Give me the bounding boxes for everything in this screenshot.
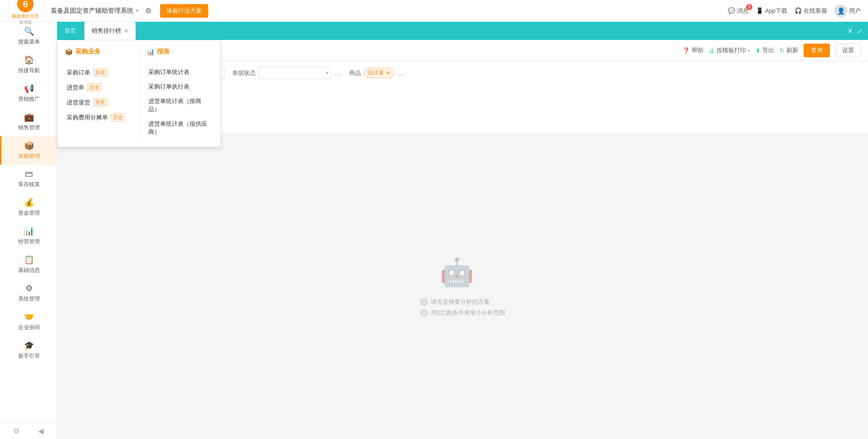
tab-close-all-icon[interactable]: ✕ [847, 27, 853, 35]
tab-close-icon[interactable]: ✕ [124, 28, 128, 34]
sidebar-bottom: ⚙ ◀ [0, 423, 57, 439]
logo-badge: 标准版 [20, 20, 32, 25]
history-badge-order: 历史 [93, 68, 107, 77]
refresh-icon: ↻ [780, 47, 785, 54]
menu-col-purchase-title: 📦 采购业务 [65, 48, 132, 59]
sidebar-item-marketing[interactable]: 📢 营销推广 [0, 79, 57, 108]
toolbar-right: ❓ 帮助 🖨 按模板打印 ▾ ⬆ 导出 ↻ 刷新 [683, 44, 861, 57]
system-name[interactable]: 装备及固定资产辅助管理系统 ▾ [51, 7, 138, 15]
report-col-icon: 📊 [146, 48, 154, 55]
basic-info-icon: 📋 [24, 255, 34, 265]
tab-sales-rank[interactable]: 销售排行榜 ✕ [84, 22, 136, 40]
enterprise-icon: 🤝 [24, 312, 34, 322]
sidebar-settings-btn[interactable]: ⚙ [13, 427, 20, 435]
menu-item-receipt-by-supplier[interactable]: 进货单统计表（按供应商） [146, 117, 213, 139]
operations-icon: 📊 [24, 226, 34, 236]
empty-tip-2: 2 用[过滤]条件来缩小分析范围 [420, 309, 505, 317]
sidebar: 🔍 搜索菜单 🏠 快捷导航 📢 营销推广 💼 销售管理 📦 采购管理 🗃 [0, 22, 57, 439]
message-badge: 9 [746, 4, 752, 10]
sales-icon: 💼 [24, 112, 34, 122]
system-icon: ⚙ [25, 283, 33, 293]
marketing-icon: 📢 [24, 84, 34, 94]
online-service-button[interactable]: 🎧 在线客服 [795, 7, 827, 15]
history-badge-expense: 历史 [111, 113, 125, 122]
help-icon: ❓ [683, 47, 690, 54]
sidebar-item-finance[interactable]: 💰 资金管理 [0, 193, 57, 222]
menu-divider [139, 48, 139, 139]
purchase-dropdown-menu: 📦 采购业务 采购订单 历史 进货单 历史 进货退货 历史 采购费用分摊单 历史… [57, 40, 220, 147]
sidebar-item-operations[interactable]: 📊 经营管理 [0, 222, 57, 250]
print-icon: 🖨 [709, 47, 715, 54]
avatar: 👤 [834, 5, 847, 17]
refresh-button[interactable]: ↻ 刷新 [780, 46, 798, 54]
history-badge-receipt: 历史 [87, 83, 102, 92]
tab-bar: 首页 销售排行榜 ✕ ✕ ⤢ [57, 22, 868, 40]
message-icon: 💬 [728, 7, 735, 14]
sidebar-item-guide[interactable]: 🎓 新手引导 [0, 336, 57, 365]
export-icon: ⬆ [756, 47, 761, 54]
phone-icon: 📱 [756, 7, 763, 14]
empty-tips: 1 请先选择要分析的方案 2 用[过滤]条件来缩小分析范围 [420, 298, 505, 317]
menu-item-receipt[interactable]: 进货单 历史 [65, 80, 132, 95]
top-bar: 6 畅捷通好生意 标准版 装备及固定资产辅助管理系统 ▾ ⚙ 体验行业方案 💬 … [0, 0, 868, 22]
print-dropdown-icon: ▾ [748, 48, 750, 53]
purchase-col-icon: 📦 [65, 48, 73, 55]
sidebar-item-purchase[interactable]: 📦 采购管理 [0, 136, 57, 165]
headset-icon: 🎧 [795, 7, 802, 14]
robot-icon: 🤖 [440, 256, 485, 288]
menu-col-report: 📊 报表 采购订单统计表 采购订单执行表 进货单统计表（按商品） 进货单统计表（… [146, 48, 213, 139]
tab-maximize-icon[interactable]: ⤢ [857, 27, 863, 35]
menu-col-purchase: 📦 采购业务 采购订单 历史 进货单 历史 进货退货 历史 采购费用分摊单 历史 [65, 48, 132, 139]
print-button[interactable]: 🖨 按模板打印 ▾ [709, 46, 750, 54]
industry-button[interactable]: 体验行业方案 [160, 4, 208, 18]
sidebar-item-quick-nav[interactable]: 🏠 快捷导航 [0, 50, 57, 79]
logo-text: 畅捷通好生意 [12, 13, 39, 20]
menu-item-return[interactable]: 进货退货 历史 [65, 95, 132, 110]
query-button[interactable]: 查询 [804, 44, 830, 57]
filter-voucher-status: 单据状态 ▾ … [232, 67, 342, 79]
sidebar-collapse-btn[interactable]: ◀ [38, 427, 44, 435]
app-download-button[interactable]: 📱 App下载 [756, 7, 787, 15]
logo-icon: 6 [17, 0, 34, 12]
menu-item-order-stat[interactable]: 采购订单统计表 [146, 65, 213, 79]
help-button[interactable]: ❓ 帮助 [683, 46, 703, 54]
tab-bar-right: ✕ ⤢ [847, 27, 868, 35]
voucher-status-select-wrapper: ▾ [258, 67, 331, 79]
voucher-status-more[interactable]: … [334, 68, 342, 78]
finance-icon: 💰 [24, 197, 34, 207]
user-button[interactable]: 👤 用户 [834, 5, 861, 17]
sidebar-item-inventory[interactable]: 🗃 库存核算 [0, 165, 57, 193]
sidebar-item-search[interactable]: 🔍 搜索菜单 [0, 22, 57, 50]
dropdown-arrow-icon: ▾ [136, 8, 138, 13]
goods-tag-close[interactable]: ✕ [386, 70, 390, 76]
messages-button[interactable]: 💬 消息 9 [728, 7, 749, 15]
sidebar-item-enterprise[interactable]: 🤝 企业协同 [0, 307, 57, 336]
goods-more[interactable]: … [397, 68, 405, 78]
empty-state: 🤖 1 请先选择要分析的方案 2 用[过滤]条件来缩小分析范围 [57, 134, 868, 439]
menu-item-receipt-by-goods[interactable]: 进货单统计表（按商品） [146, 94, 213, 117]
purchase-icon: 📦 [24, 141, 34, 151]
tip-number-2: 2 [420, 309, 428, 317]
logo-area: 6 畅捷通好生意 标准版 [7, 0, 44, 25]
top-right: 💬 消息 9 📱 App下载 🎧 在线客服 👤 用户 [728, 5, 861, 17]
filter-goods: 商品 设计素 ✕ … [349, 68, 405, 78]
menu-item-purchase-order[interactable]: 采购订单 历史 [65, 65, 132, 80]
history-badge-return: 历史 [93, 98, 107, 107]
tab-home[interactable]: 首页 [57, 22, 83, 40]
export-button[interactable]: ⬆ 导出 [756, 46, 774, 54]
voucher-status-select[interactable] [258, 67, 331, 79]
tip-number-1: 1 [420, 298, 428, 306]
inventory-icon: 🗃 [25, 169, 33, 179]
menu-item-expense[interactable]: 采购费用分摊单 历史 [65, 110, 132, 125]
menu-item-order-exec[interactable]: 采购订单执行表 [146, 79, 213, 94]
menu-col-report-title: 📊 报表 [146, 48, 213, 59]
sidebar-item-sales[interactable]: 💼 销售管理 [0, 108, 57, 136]
empty-illustration: 🤖 [440, 256, 485, 292]
settings-icon[interactable]: ⚙ [142, 5, 155, 17]
setting-button[interactable]: 设置 [835, 44, 861, 57]
sidebar-item-basic-info[interactable]: 📋 基础信息 [0, 250, 57, 279]
home-icon: 🏠 [24, 55, 34, 65]
empty-tip-1: 1 请先选择要分析的方案 [420, 298, 505, 306]
guide-icon: 🎓 [24, 340, 34, 350]
sidebar-item-system[interactable]: ⚙ 系统管理 [0, 279, 57, 307]
